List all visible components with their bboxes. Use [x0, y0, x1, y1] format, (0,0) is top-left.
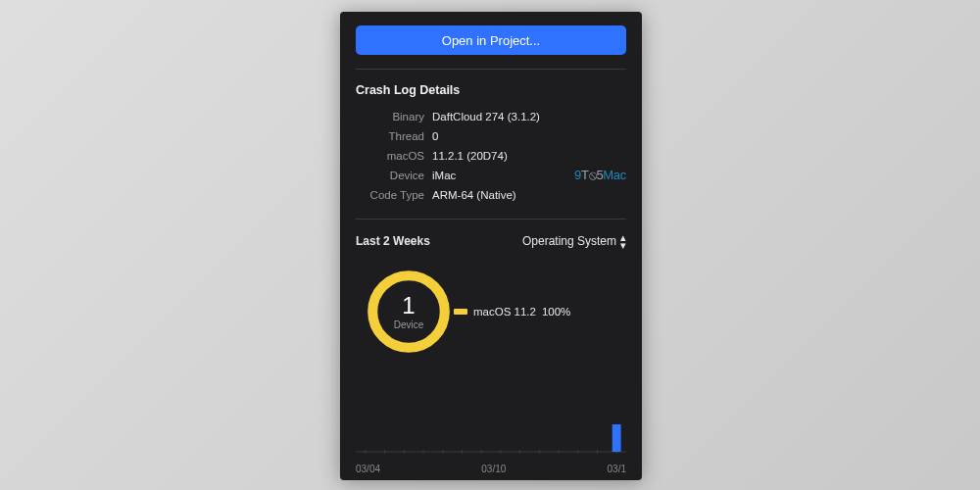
- watermark-logo: 9T⦸5Mac: [574, 166, 626, 185]
- detail-label: Thread: [356, 126, 432, 146]
- svg-rect-16: [612, 424, 621, 452]
- detail-value-text: iMac: [432, 170, 456, 181]
- detail-value: DaftCloud 274 (3.1.2): [432, 107, 626, 126]
- divider: [356, 219, 626, 220]
- legend-swatch: [454, 309, 467, 315]
- group-by-selector[interactable]: Operating System ▴▾: [522, 233, 626, 249]
- detail-value: ARM-64 (Native): [432, 185, 626, 205]
- crash-log-details: Binary DaftCloud 274 (3.1.2) Thread 0 ma…: [356, 107, 626, 205]
- detail-row-codetype: Code Type ARM-64 (Native): [356, 185, 626, 205]
- legend-percent: 100%: [542, 306, 570, 318]
- donut-legend: macOS 11.2 100%: [454, 306, 570, 318]
- open-in-project-button[interactable]: Open in Project...: [356, 25, 626, 55]
- tick-mid: 03/10: [481, 464, 506, 474]
- detail-row-binary: Binary DaftCloud 274 (3.1.2): [356, 107, 626, 126]
- crash-log-panel: Open in Project... Crash Log Details Bin…: [340, 12, 642, 480]
- tick-left: 03/04: [356, 464, 380, 474]
- timeline-chart: 03/04 03/10 03/1: [356, 416, 626, 474]
- detail-label: Device: [356, 166, 432, 185]
- crash-log-details-title: Crash Log Details: [356, 83, 626, 97]
- detail-row-device: Device iMac 9T⦸5Mac: [356, 166, 626, 185]
- svg-point-0: [372, 275, 445, 348]
- detail-value: iMac 9T⦸5Mac: [432, 166, 626, 185]
- last-2-weeks-title: Last 2 Weeks: [356, 234, 430, 248]
- detail-label: macOS: [356, 146, 432, 166]
- detail-label: Code Type: [356, 185, 432, 205]
- detail-row-thread: Thread 0: [356, 126, 626, 146]
- legend-name: macOS 11.2: [473, 306, 536, 318]
- donut-chart-area: 1 Device macOS 11.2 100%: [364, 267, 626, 357]
- selector-label: Operating System: [522, 234, 616, 248]
- divider: [356, 69, 626, 70]
- sort-icon: ▴▾: [620, 233, 626, 249]
- detail-row-os: macOS 11.2.1 (20D74): [356, 146, 626, 166]
- detail-label: Binary: [356, 107, 432, 126]
- detail-value: 11.2.1 (20D74): [432, 146, 626, 166]
- detail-value: 0: [432, 126, 626, 146]
- donut-chart: 1 Device: [364, 267, 454, 357]
- tick-right: 03/1: [608, 464, 626, 474]
